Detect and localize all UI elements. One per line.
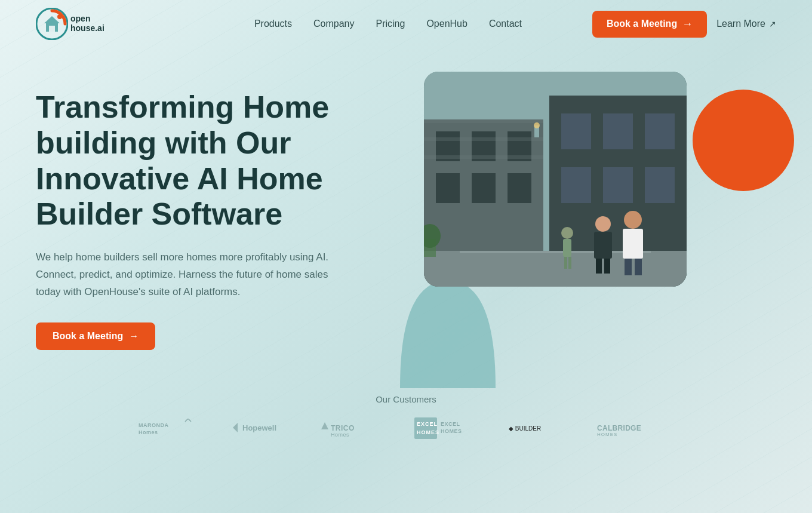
nav-pricing[interactable]: Pricing (376, 19, 405, 29)
svg-rect-20 (645, 167, 675, 203)
svg-rect-17 (645, 113, 675, 149)
svg-text:CALBRIDGE: CALBRIDGE (597, 424, 641, 432)
svg-rect-37 (623, 229, 643, 259)
svg-rect-21 (424, 119, 543, 123)
svg-rect-24 (424, 251, 687, 287)
book-meeting-button[interactable]: Book a Meeting → (592, 11, 707, 38)
svg-text:MARONDA: MARONDA (139, 422, 169, 428)
svg-text:TRICO: TRICO (331, 424, 355, 432)
hero-visual (406, 72, 776, 370)
customers-label: Our Customers (36, 394, 776, 404)
svg-text:HOMES: HOMES (597, 432, 617, 437)
svg-marker-45 (321, 422, 328, 429)
hero-arrow-icon: → (129, 331, 139, 342)
svg-rect-22 (424, 137, 543, 141)
hero-section: Transforming Home building with Our Inno… (0, 48, 812, 370)
svg-point-3 (57, 14, 62, 19)
external-link-icon: ↗ (769, 19, 776, 29)
svg-text:EXCEL: EXCEL (441, 421, 460, 427)
svg-rect-31 (568, 257, 571, 269)
logo-calbridge: CALBRIDGE HOMES (597, 420, 675, 437)
logo[interactable]: open house.ai (36, 8, 148, 40)
svg-rect-35 (604, 259, 610, 274)
svg-text:◆ BUILDER: ◆ BUILDER (509, 425, 541, 432)
main-nav: Products Company Pricing OpenHub Contact (254, 19, 522, 29)
logo-text: open house.ai (70, 12, 148, 36)
logo-trico: TRICO Homes (320, 419, 386, 438)
logo-hopewell: Hopewell (232, 420, 291, 437)
svg-rect-30 (564, 257, 567, 269)
arrow-icon: → (682, 18, 693, 30)
svg-text:house.ai: house.ai (70, 23, 104, 33)
learn-more-button[interactable]: Learn More ↗ (716, 19, 776, 29)
svg-text:open: open (70, 14, 90, 23)
svg-rect-39 (635, 259, 642, 275)
svg-rect-33 (594, 232, 612, 259)
svg-point-36 (624, 211, 642, 229)
nav-contact[interactable]: Contact (489, 19, 522, 29)
svg-text:HOMES: HOMES (417, 429, 439, 435)
nav-openhub[interactable]: OpenHub (426, 19, 467, 29)
hero-content: Transforming Home building with Our Inno… (36, 72, 382, 350)
customers-section: Our Customers MARONDA Homes Hopewell TRI… (0, 370, 812, 458)
svg-rect-19 (603, 167, 633, 203)
customers-logos: MARONDA Homes Hopewell TRICO Homes EXCEL (36, 416, 776, 440)
svg-text:Homes: Homes (139, 429, 158, 435)
site-header: open house.ai Products Company Pricing O… (0, 0, 812, 48)
svg-point-27 (534, 122, 540, 128)
svg-rect-2 (49, 26, 55, 32)
svg-rect-23 (424, 155, 543, 159)
svg-rect-25 (460, 251, 651, 253)
svg-text:EXCEL: EXCEL (417, 421, 438, 427)
svg-rect-16 (603, 113, 633, 149)
hero-title: Transforming Home building with Our Inno… (36, 90, 382, 232)
logo-maronda: MARONDA Homes (137, 419, 203, 438)
hero-illustration (424, 72, 687, 287)
svg-rect-12 (436, 173, 460, 203)
orange-circle-decoration (693, 90, 794, 191)
hero-image (424, 72, 687, 287)
svg-rect-29 (563, 239, 571, 257)
hero-description: We help home builders sell more homes mo… (36, 249, 346, 301)
header-actions: Book a Meeting → Learn More ↗ (592, 11, 776, 38)
svg-text:Homes: Homes (331, 432, 349, 438)
svg-rect-14 (508, 173, 531, 203)
nav-products[interactable]: Products (254, 19, 292, 29)
svg-text:Hopewell: Hopewell (242, 423, 276, 432)
svg-rect-34 (596, 259, 602, 274)
svg-point-32 (595, 216, 611, 232)
logo-icon (36, 8, 68, 40)
svg-point-28 (561, 227, 573, 239)
svg-rect-38 (625, 259, 632, 275)
svg-rect-13 (472, 173, 496, 203)
nav-company[interactable]: Company (313, 19, 354, 29)
svg-rect-18 (561, 167, 591, 203)
hero-book-meeting-button[interactable]: Book a Meeting → (36, 322, 155, 350)
logo-fifth: ◆ BUILDER (509, 420, 568, 437)
svg-text:HOMES: HOMES (441, 428, 462, 434)
logo-excel: EXCEL HOMES EXCEL HOMES (414, 416, 480, 440)
svg-rect-15 (561, 113, 591, 149)
